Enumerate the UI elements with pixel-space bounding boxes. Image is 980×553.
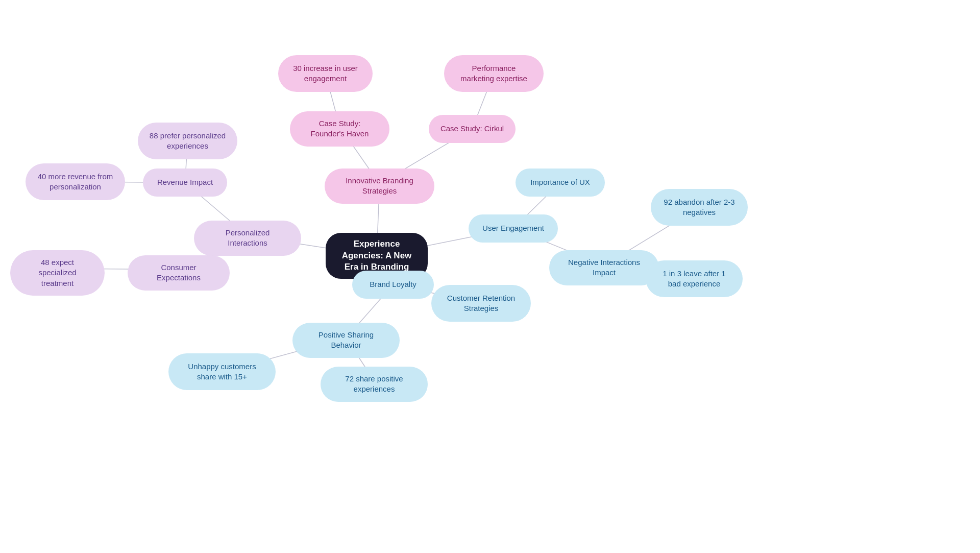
node-label-customer_retention: Customer Retention Strategies [443,293,520,314]
node-label-abandon_negatives: 92 abandon after 2-3 negatives [662,197,737,218]
node-case_study_cirkul[interactable]: Case Study: Cirkul [429,115,516,143]
node-label-positive_sharing: Positive Sharing Behavior [304,330,388,351]
node-positive_sharing[interactable]: Positive Sharing Behavior [292,323,400,358]
node-negative_interactions[interactable]: Negative Interactions Impact [549,250,659,285]
node-share_positive[interactable]: 72 share positive experiences [321,367,428,402]
node-customer_retention[interactable]: Customer Retention Strategies [431,285,531,322]
node-label-revenue_impact: Revenue Impact [157,177,213,187]
node-brand_loyalty[interactable]: Brand Loyalty [352,271,434,299]
node-leave_bad_experience[interactable]: 1 in 3 leave after 1 bad experience [646,260,743,297]
node-innovative_branding[interactable]: Innovative Branding Strategies [325,169,434,204]
node-label-innovative_branding: Innovative Branding Strategies [336,176,423,197]
node-abandon_negatives[interactable]: 92 abandon after 2-3 negatives [651,189,748,226]
node-label-case_study_cirkul: Case Study: Cirkul [440,124,504,134]
node-increase_engagement[interactable]: 30 increase in user engagement [278,55,373,92]
node-unhappy_customers[interactable]: Unhappy customers share with 15+ [168,353,276,390]
node-label-personalized_interactions: Personalized Interactions [205,228,290,249]
node-label-brand_loyalty: Brand Loyalty [370,279,416,290]
node-label-negative_interactions: Negative Interactions Impact [560,257,648,278]
node-revenue_impact[interactable]: Revenue Impact [143,169,227,197]
node-label-case_study_founders: Case Study: Founder's Haven [301,118,378,139]
node-user_engagement[interactable]: User Engagement [469,214,558,243]
node-importance_ux[interactable]: Importance of UX [516,169,605,197]
node-label-importance_ux: Importance of UX [530,177,590,187]
node-expect_specialized[interactable]: 48 expect specialized treatment [10,250,105,296]
node-label-user_engagement: User Engagement [482,223,544,233]
node-label-increase_engagement: 30 increase in user engagement [289,63,361,84]
node-case_study_founders[interactable]: Case Study: Founder's Haven [290,111,389,147]
node-label-performance_marketing: Performance marketing expertise [455,63,532,84]
node-label-revenue_from_personalization: 40 more revenue from personalization [37,172,114,193]
node-performance_marketing[interactable]: Performance marketing expertise [444,55,544,92]
node-consumer_expectations[interactable]: Consumer Expectations [128,255,230,291]
node-label-share_positive: 72 share positive experiences [332,374,416,395]
node-label-expect_specialized: 48 expect specialized treatment [21,257,93,288]
node-personalized_interactions[interactable]: Personalized Interactions [194,221,301,256]
node-label-consumer_expectations: Consumer Expectations [139,262,218,283]
node-label-unhappy_customers: Unhappy customers share with 15+ [180,362,264,382]
node-prefer_personalized[interactable]: 88 prefer personalized experiences [138,123,237,159]
node-label-prefer_personalized: 88 prefer personalized experiences [149,131,226,152]
node-label-center: Experience Agencies: A New Era in Brandi… [337,238,416,274]
node-label-leave_bad_experience: 1 in 3 leave after 1 bad experience [657,269,731,290]
node-revenue_from_personalization[interactable]: 40 more revenue from personalization [26,163,125,200]
